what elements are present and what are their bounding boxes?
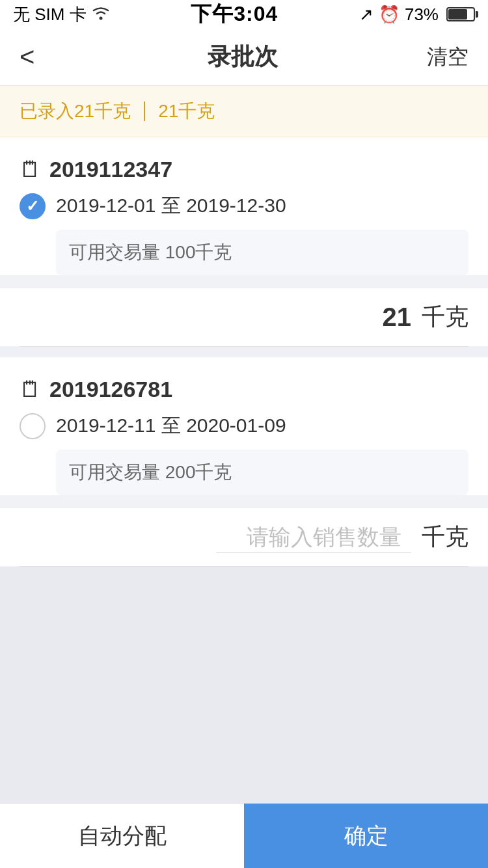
batch-2-date: 2019-12-11 至 2020-01-09 xyxy=(56,413,286,439)
batch-2-quantity-input[interactable] xyxy=(216,522,411,553)
recorded-value: 21千克 xyxy=(158,99,215,124)
batch-2-unit: 千克 xyxy=(422,521,468,553)
batch-2-input-row[interactable]: 千克 xyxy=(0,508,488,566)
battery-percentage: 73% xyxy=(405,5,439,25)
batch-1-id: 2019112347 xyxy=(49,157,172,182)
battery-icon xyxy=(446,7,475,21)
wifi-icon xyxy=(92,5,110,25)
batch-2-date-row[interactable]: 2019-12-11 至 2020-01-09 xyxy=(20,413,468,439)
gray-area xyxy=(0,567,488,814)
batch-1-radio[interactable] xyxy=(20,193,46,219)
batch-1-date: 2019-12-01 至 2019-12-30 xyxy=(56,193,286,219)
batch-2-available: 可用交易量 200千克 xyxy=(69,462,232,482)
batch-1-input-row: 21 千克 xyxy=(0,288,488,346)
status-bar: 无 SIM 卡 下午3:04 ↗ ⏰ 73% xyxy=(0,0,488,29)
batch-2-icon: 🗒 xyxy=(20,377,42,402)
batch-1-available: 可用交易量 100千克 xyxy=(69,242,232,262)
time-display: 下午3:04 xyxy=(191,0,278,29)
batch-card-1: 🗒 2019112347 2019-12-01 至 2019-12-30 可用交… xyxy=(0,137,488,275)
batch-2-radio[interactable] xyxy=(20,413,46,439)
batch-1-quantity-value[interactable]: 21 xyxy=(383,303,412,332)
status-right: ↗ ⏰ 73% xyxy=(359,5,475,25)
status-left: 无 SIM 卡 xyxy=(13,3,110,26)
batch-2-id: 2019126781 xyxy=(49,377,172,402)
batch-2-quantity-box: 可用交易量 200千克 xyxy=(56,450,468,495)
batch-2-header: 🗒 2019126781 xyxy=(20,377,468,402)
auto-distribute-button[interactable]: 自动分配 xyxy=(0,804,244,868)
info-banner: 已录入21千克 21千克 xyxy=(0,86,488,137)
recorded-label: 已录入21千克 xyxy=(20,99,131,124)
batch-card-2: 🗒 2019126781 2019-12-11 至 2020-01-09 可用交… xyxy=(0,357,488,495)
batch-1-icon: 🗒 xyxy=(20,157,42,182)
location-icon: ↗ xyxy=(359,5,373,25)
back-button[interactable]: < xyxy=(20,42,59,72)
clear-button[interactable]: 清空 xyxy=(427,43,468,72)
nav-bar: < 录批次 清空 xyxy=(0,29,488,86)
svg-point-0 xyxy=(99,16,102,20)
batch-1-unit: 千克 xyxy=(422,301,468,333)
batch-1-quantity-box: 可用交易量 100千克 xyxy=(56,230,468,275)
batch-1-date-row[interactable]: 2019-12-01 至 2019-12-30 xyxy=(20,193,468,219)
page-title: 录批次 xyxy=(208,41,278,73)
confirm-button[interactable]: 确定 xyxy=(244,804,488,868)
bottom-bar: 自动分配 确定 xyxy=(0,803,488,868)
section-separator xyxy=(0,347,488,357)
carrier-text: 无 SIM 卡 xyxy=(13,3,87,26)
info-divider xyxy=(144,102,145,121)
page-content: 已录入21千克 21千克 🗒 2019112347 2019-12-01 至 2… xyxy=(0,86,488,868)
batch-1-header: 🗒 2019112347 xyxy=(20,157,468,182)
alarm-icon: ⏰ xyxy=(379,5,400,25)
